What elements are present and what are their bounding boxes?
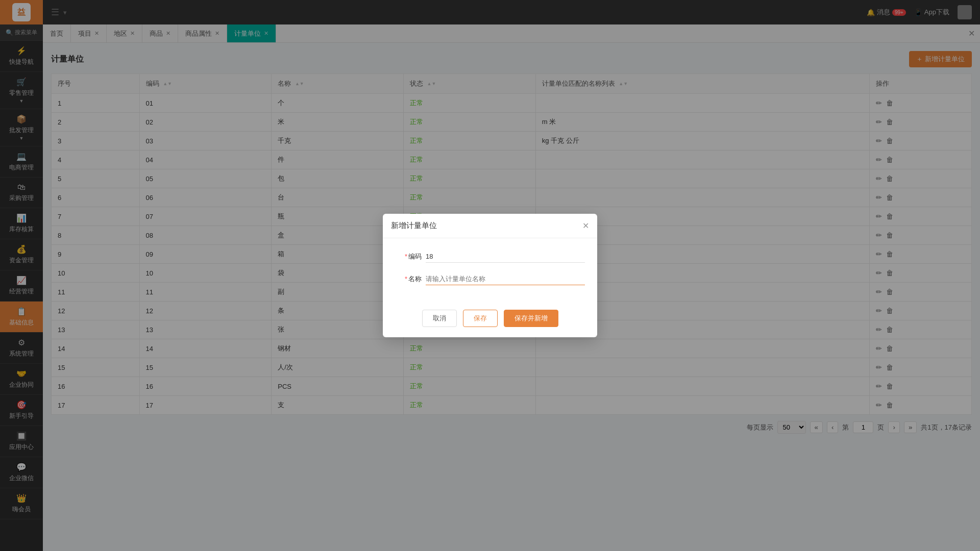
modal-overlay: 新增计量单位 ✕ *编码 *名称 取消 保存 保存并新增 <box>0 0 980 551</box>
code-form-row: *编码 <box>395 251 585 263</box>
name-form-row: *名称 <box>395 273 585 285</box>
modal-header: 新增计量单位 ✕ <box>383 214 597 238</box>
code-input[interactable] <box>426 251 585 263</box>
modal-footer: 取消 保存 保存并新增 <box>383 304 597 337</box>
modal-body: *编码 *名称 <box>383 238 597 304</box>
save-button[interactable]: 保存 <box>463 310 498 327</box>
modal-title: 新增计量单位 <box>391 221 437 231</box>
save-and-new-button[interactable]: 保存并新增 <box>504 310 558 327</box>
add-measure-unit-modal: 新增计量单位 ✕ *编码 *名称 取消 保存 保存并新增 <box>383 214 597 337</box>
modal-close-button[interactable]: ✕ <box>582 221 589 231</box>
code-required-mark: * <box>405 253 407 260</box>
name-required-mark: * <box>405 275 407 283</box>
code-label: *编码 <box>395 252 426 261</box>
cancel-button[interactable]: 取消 <box>422 310 457 327</box>
name-input[interactable] <box>426 273 585 285</box>
name-label: *名称 <box>395 274 426 284</box>
